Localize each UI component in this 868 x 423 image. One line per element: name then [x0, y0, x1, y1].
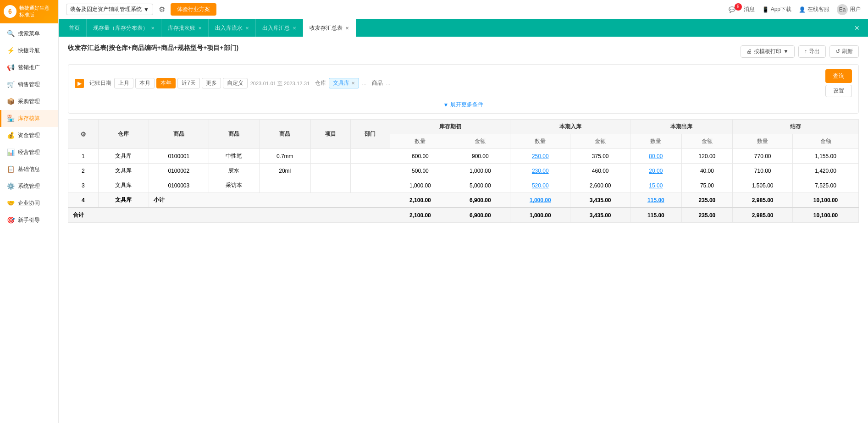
settings-gear-icon[interactable]: ⚙ [159, 5, 165, 14]
tab-inout_flow[interactable]: 出入库流水✕ [209, 19, 256, 37]
date-filter-btn-自定义[interactable]: 自定义 [223, 78, 248, 88]
main-area: 装备及固定资产辅助管理系统 ▼ ⚙ 体验行业方案 💬 6 消息 📱 App下载 … [59, 0, 868, 423]
filter-row: ▶ 记账日期 上月本月本年近7天更多自定义 2023-01-01 至 2023-… [75, 69, 852, 97]
row-bal-qty: 1,505.00 [733, 178, 793, 193]
row-open-amt: 5,000.00 [450, 178, 510, 193]
warehouse-tag-close-icon[interactable]: ✕ [351, 81, 355, 86]
filter-settings-button[interactable]: 设置 [825, 85, 852, 97]
date-filter-btn-本月[interactable]: 本月 [135, 78, 155, 88]
sidebar-header: 6 畅捷通好生意 标准版 [0, 0, 58, 23]
table-settings-icon[interactable]: ⚙ [80, 131, 86, 138]
sidebar-item-purchase[interactable]: 📦采购管理 [0, 93, 58, 110]
filter-bar: ▶ 记账日期 上月本月本年近7天更多自定义 2023-01-01 至 2023-… [68, 64, 859, 114]
row-name: 胶水 [209, 164, 259, 178]
row-out-qty[interactable]: 80.00 [630, 149, 682, 164]
print-icon: 🖨 [746, 48, 752, 55]
tab-close-inout_flow[interactable]: ✕ [245, 26, 249, 31]
user-menu[interactable]: Ea 用户 [837, 4, 861, 15]
row-in-qty[interactable]: 250.00 [510, 149, 570, 164]
tab-close-batch[interactable]: ✕ [198, 26, 202, 31]
app-download-button[interactable]: 📱 App下载 [762, 5, 791, 13]
row-out-qty[interactable]: 20.00 [630, 164, 682, 178]
sidebar-label-search: 搜索菜单 [18, 30, 40, 38]
bal-qty-subheader: 数量 [733, 134, 793, 149]
goods-filter-group: 商品 ... [372, 79, 390, 87]
row-bal-qty: 770.00 [733, 149, 793, 164]
tab-batch[interactable]: 库存批次账✕ [161, 19, 209, 37]
row-dept [350, 164, 390, 178]
export-button[interactable]: ↑ 导出 [798, 45, 826, 58]
online-service-button[interactable]: 👤 在线客服 [799, 5, 829, 13]
sidebar-item-quicknav[interactable]: ⚡快捷导航 [0, 42, 58, 59]
sidebar-item-enterprise[interactable]: 🤝企业协同 [0, 195, 58, 212]
subtotal-out-qty[interactable]: 115.00 [630, 193, 682, 208]
print-button[interactable]: 🖨 按模板打印 ▼ [741, 45, 795, 58]
tab-home[interactable]: 首页 [62, 19, 87, 37]
row-out-qty[interactable]: 15.00 [630, 178, 682, 193]
tab-close-inout_summary[interactable]: ✕ [293, 26, 296, 31]
sidebar-item-sales[interactable]: 🛒销售管理 [0, 76, 58, 93]
experience-button[interactable]: 体验行业方案 [171, 3, 216, 16]
tab-label-inout_summary: 出入库汇总 [262, 24, 290, 32]
sidebar-item-guide[interactable]: 🎯新手引导 [0, 212, 58, 229]
sidebar-icon-quicknav: ⚡ [7, 47, 14, 54]
tab-label-recv_summary: 收发存汇总表 [310, 24, 343, 32]
sidebar-item-inventory[interactable]: 🏪库存核算 [0, 110, 58, 127]
row-in-qty[interactable]: 230.00 [510, 164, 570, 178]
date-filter-btn-本年[interactable]: 本年 [156, 78, 176, 88]
row-spec [260, 178, 311, 193]
sidebar-item-basicinfo[interactable]: 📋基础信息 [0, 161, 58, 178]
row-spec: 20ml [260, 164, 311, 178]
date-filter-btn-更多[interactable]: 更多 [202, 78, 221, 88]
total-label: 合计 [68, 208, 390, 223]
subtotal-in-qty[interactable]: 1,000.00 [510, 193, 570, 208]
tab-recv_summary[interactable]: 收发存汇总表✕ [303, 19, 356, 37]
warehouse-tag[interactable]: 文具库 ✕ [329, 78, 359, 88]
tab-stock_dist[interactable]: 现存量（库存分布表）✕ [87, 19, 161, 37]
row-spec: 0.7mm [260, 149, 311, 164]
date-filter-btn-近7天[interactable]: 近7天 [177, 78, 200, 88]
warehouse-more-button[interactable]: ... [362, 80, 366, 87]
tab-inout_summary[interactable]: 出入库汇总✕ [256, 19, 303, 37]
tab-label-home: 首页 [69, 24, 80, 32]
topbar: 装备及固定资产辅助管理系统 ▼ ⚙ 体验行业方案 💬 6 消息 📱 App下载 … [59, 0, 868, 19]
table-header-row1: ⚙ 仓库 商品 商品 商品 项目 部门 库存期初 本期入库 本期出库 结存 [68, 120, 859, 134]
selector-arrow-icon: ▼ [144, 6, 149, 13]
date-filter-group: 记账日期 上月本月本年近7天更多自定义 2023-01-01 至 2023-12… [89, 78, 310, 88]
tab-close-stock_dist[interactable]: ✕ [151, 26, 155, 31]
table-row: 1 文具库 0100001 中性笔 0.7mm 600.00 900.00 25… [68, 149, 859, 164]
message-button[interactable]: 💬 6 消息 [729, 5, 755, 13]
row-bal-amt: 7,525.00 [793, 178, 859, 193]
refresh-button[interactable]: ↺ 刷新 [829, 45, 859, 58]
in-amt-subheader: 金额 [570, 134, 630, 149]
out-stock-col-header: 本期出库 [630, 120, 733, 134]
tabbar-close-icon[interactable]: ✕ [850, 24, 864, 32]
expand-conditions-button[interactable]: ▼ 展开更多条件 [75, 101, 852, 109]
row-bal-qty: 710.00 [733, 164, 793, 178]
row-in-amt: 375.00 [570, 149, 630, 164]
row-code: 0100003 [149, 178, 209, 193]
total-in-amt: 3,435.00 [570, 208, 630, 223]
sidebar-item-operations[interactable]: 📊经营管理 [0, 144, 58, 161]
expand-icon: ▼ [443, 102, 449, 108]
goods-more-button[interactable]: ... [386, 80, 390, 87]
sidebar-item-system[interactable]: ⚙️系统管理 [0, 178, 58, 195]
row-code: 0100001 [149, 149, 209, 164]
row-bal-amt: 1,155.00 [793, 149, 859, 164]
open-stock-col-header: 库存期初 [390, 120, 510, 134]
data-table: ⚙ 仓库 商品 商品 商品 项目 部门 库存期初 本期入库 本期出库 结存 [68, 119, 859, 223]
collapse-toggle[interactable]: ▶ [75, 79, 84, 88]
row-name: 中性笔 [209, 149, 259, 164]
sidebar-item-marketing[interactable]: 📢营销推广 [0, 59, 58, 76]
row-out-amt: 75.00 [681, 178, 733, 193]
system-selector[interactable]: 装备及固定资产辅助管理系统 ▼ [66, 4, 153, 15]
tab-close-recv_summary[interactable]: ✕ [345, 26, 349, 31]
date-filter-btn-上月[interactable]: 上月 [114, 78, 133, 88]
sidebar-icon-marketing: 📢 [7, 64, 14, 71]
sidebar-item-finance[interactable]: 💰资金管理 [0, 127, 58, 144]
query-button[interactable]: 查询 [825, 69, 852, 83]
settings-col-header[interactable]: ⚙ [68, 120, 99, 149]
sidebar-item-search[interactable]: 🔍搜索菜单 [0, 25, 58, 42]
row-in-qty[interactable]: 520.00 [510, 178, 570, 193]
content-area: 收发存汇总表(按仓库+商品编码+商品+规格型号+项目+部门) 🖨 按模板打印 ▼… [59, 37, 868, 423]
